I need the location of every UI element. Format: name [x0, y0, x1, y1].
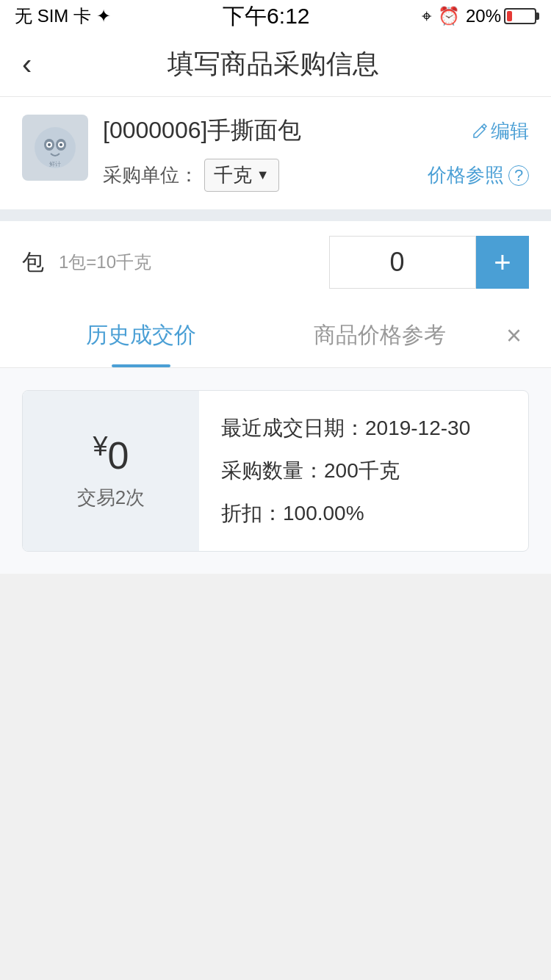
- edit-icon: [472, 123, 488, 139]
- purchase-qty-value: 200千克: [324, 459, 400, 482]
- price-ref-help-icon: ?: [508, 165, 529, 186]
- quantity-input-wrap: +: [329, 236, 529, 289]
- battery-indicator: 20%: [466, 6, 536, 26]
- back-button[interactable]: ‹: [22, 48, 32, 81]
- purchase-qty-row: 采购数量：200千克: [221, 455, 506, 486]
- product-name: [0000006]手撕面包: [103, 115, 301, 147]
- product-card: 鲜计 [0000006]手撕面包 编辑 采购单位： 千克 ▼: [0, 97, 551, 209]
- dropdown-icon: ▼: [256, 167, 270, 183]
- purchase-qty-label: 采购数量：: [221, 459, 324, 482]
- status-right: ⌖ ⏰ 20%: [422, 6, 536, 26]
- product-unit-row: 采购单位： 千克 ▼ 价格参照 ?: [103, 159, 529, 192]
- battery-fill: [507, 11, 512, 21]
- tab-history-label: 历史成交价: [86, 320, 196, 350]
- history-content: ¥0 交易2次 最近成交日期：2019-12-30 采购数量：200千克 折扣：…: [0, 368, 551, 574]
- alarm-icon: ⏰: [438, 6, 460, 26]
- currency-symbol: ¥: [93, 431, 108, 461]
- status-left: 无 SIM 卡 ✦: [15, 4, 111, 28]
- svg-text:鲜计: 鲜计: [49, 161, 61, 167]
- recent-date-value: 2019-12-30: [365, 417, 470, 439]
- section-divider: [0, 209, 551, 221]
- unit-selector[interactable]: 千克 ▼: [204, 159, 279, 192]
- recent-date-label: 最近成交日期：: [221, 417, 365, 439]
- history-price-summary: ¥0 交易2次: [23, 391, 199, 551]
- battery-percent: 20%: [466, 6, 501, 26]
- quantity-unit-label: 包: [22, 248, 44, 278]
- tab-price-ref-label: 商品价格参考: [314, 320, 446, 350]
- product-details: [0000006]手撕面包 编辑 采购单位： 千克 ▼ 价格参照 ?: [103, 115, 529, 192]
- quantity-input[interactable]: [329, 236, 476, 289]
- svg-point-5: [48, 143, 51, 146]
- product-header: [0000006]手撕面包 编辑: [103, 115, 529, 147]
- location-icon: ⌖: [422, 6, 432, 26]
- battery-bar: [504, 8, 536, 24]
- unit-label: 采购单位：: [103, 164, 198, 186]
- history-price-value: ¥0: [93, 431, 129, 478]
- product-thumbnail: 鲜计: [22, 115, 88, 181]
- quantity-plus-button[interactable]: +: [476, 236, 529, 289]
- quantity-conversion-hint: 1包=10千克: [59, 251, 151, 274]
- trade-count: 交易2次: [77, 485, 145, 511]
- price-number: 0: [108, 434, 129, 477]
- unit-label-wrap: 采购单位： 千克 ▼: [103, 159, 279, 192]
- price-ref-label: 价格参照: [428, 162, 504, 188]
- status-time: 下午6:12: [223, 1, 309, 32]
- history-card: ¥0 交易2次 最近成交日期：2019-12-30 采购数量：200千克 折扣：…: [22, 390, 529, 552]
- discount-label: 折扣：: [221, 502, 283, 525]
- price-ref-button[interactable]: 价格参照 ?: [428, 162, 529, 188]
- bottom-panel: 历史成交价 商品价格参考 × ¥0 交易2次 最近成交日期：2019-12-30…: [0, 303, 551, 574]
- unit-value: 千克: [214, 162, 252, 188]
- tab-active-underline: [112, 364, 170, 367]
- discount-row: 折扣：100.00%: [221, 498, 506, 529]
- tab-close-button[interactable]: ×: [499, 313, 529, 359]
- quantity-row: 包 1包=10千克 +: [0, 221, 551, 303]
- svg-point-6: [60, 143, 62, 146]
- page-title: 填写商品采购信息: [46, 46, 500, 82]
- status-bar: 无 SIM 卡 ✦ 下午6:12 ⌖ ⏰ 20%: [0, 0, 551, 32]
- sim-signal-text: 无 SIM 卡 ✦: [15, 4, 111, 28]
- history-details: 最近成交日期：2019-12-30 采购数量：200千克 折扣：100.00%: [199, 391, 528, 551]
- discount-value: 100.00%: [283, 502, 364, 525]
- recent-date-row: 最近成交日期：2019-12-30: [221, 413, 506, 444]
- tabs-row: 历史成交价 商品价格参考 ×: [0, 303, 551, 368]
- edit-button[interactable]: 编辑: [472, 118, 529, 144]
- edit-label: 编辑: [491, 118, 529, 144]
- tab-history-price[interactable]: 历史成交价: [22, 303, 260, 367]
- product-thumb-icon: 鲜计: [33, 126, 77, 170]
- nav-bar: ‹ 填写商品采购信息: [0, 32, 551, 97]
- tab-price-reference[interactable]: 商品价格参考: [260, 303, 498, 367]
